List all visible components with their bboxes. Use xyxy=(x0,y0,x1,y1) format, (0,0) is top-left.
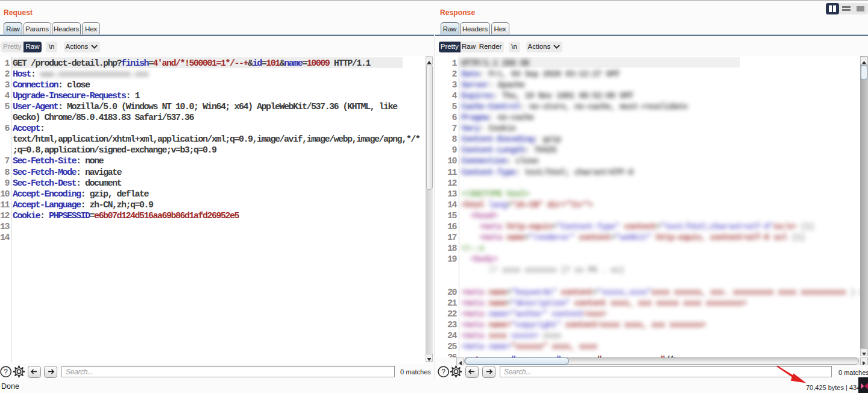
svg-text:?: ? xyxy=(4,368,8,376)
svg-text:?: ? xyxy=(441,368,445,376)
